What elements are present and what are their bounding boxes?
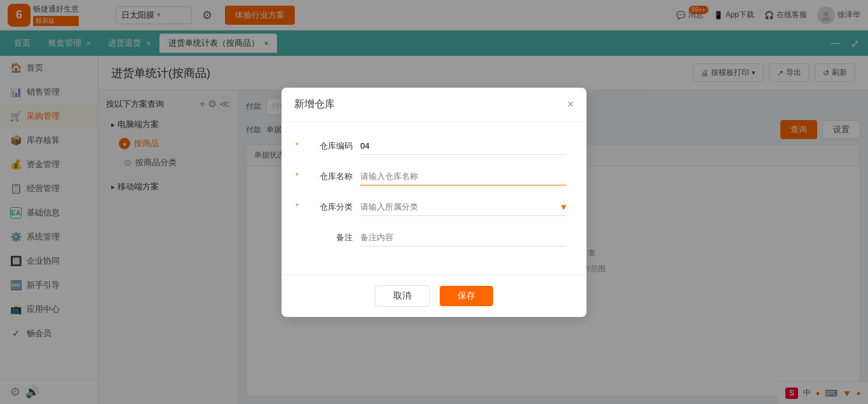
modal-title: 新增仓库 — [294, 98, 335, 111]
modal-header: 新增仓库 × — [281, 88, 587, 122]
category-label: 仓库分类 — [302, 201, 353, 213]
modal-footer: 取消 保存 — [281, 274, 587, 317]
category-input[interactable] — [360, 202, 561, 212]
category-chevron-icon: ▾ — [561, 201, 566, 213]
form-row-category: 仓库分类 ▾ — [302, 198, 566, 216]
name-label: 仓库名称 — [302, 171, 353, 182]
note-label: 备注 — [302, 232, 353, 243]
form-row-code: 仓库编码 — [302, 137, 566, 155]
modal-body: 仓库编码 仓库名称 仓库分类 ▾ 备注 — [281, 122, 587, 274]
save-button[interactable]: 保存 — [440, 286, 493, 306]
form-row-name: 仓库名称 — [302, 168, 566, 185]
code-label: 仓库编码 — [302, 140, 353, 152]
note-input[interactable] — [360, 229, 566, 246]
form-row-note: 备注 — [302, 229, 566, 246]
category-select[interactable]: ▾ — [360, 198, 566, 216]
code-input[interactable] — [360, 137, 566, 155]
modal-close-button[interactable]: × — [567, 98, 574, 111]
cancel-button[interactable]: 取消 — [375, 285, 430, 307]
name-input[interactable] — [360, 168, 566, 185]
modal-overlay: 新增仓库 × 仓库编码 仓库名称 仓库分类 ▾ 备注 — [0, 0, 868, 404]
new-warehouse-modal: 新增仓库 × 仓库编码 仓库名称 仓库分类 ▾ 备注 — [281, 88, 587, 317]
